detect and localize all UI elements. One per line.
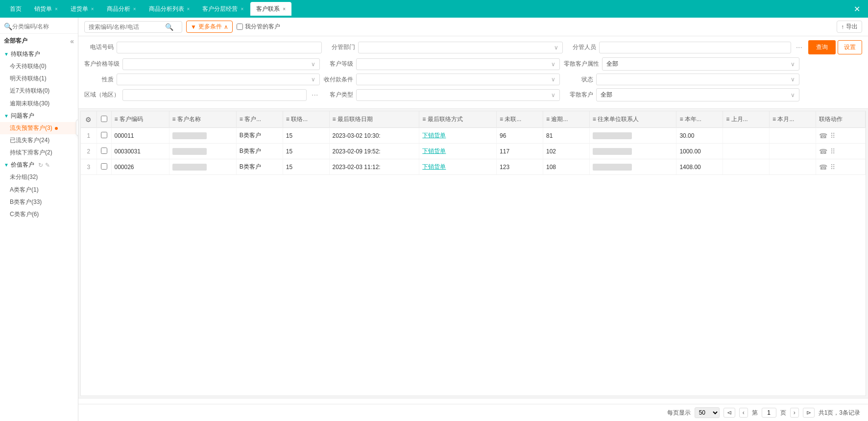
close-sales-icon[interactable]: × (55, 6, 58, 12)
sidebar-item-b-class[interactable]: B类客户(33) (0, 196, 78, 208)
contact-method-link-0[interactable]: 下销货单 (422, 132, 446, 139)
column-settings-icon[interactable]: ⚙ (85, 116, 92, 124)
status-select[interactable]: ∨ (596, 74, 799, 85)
th-last-contact-method[interactable]: ≡ 最后联络方式 (419, 111, 497, 128)
close-all-icon[interactable]: ✕ (850, 2, 864, 16)
filter-more-btn[interactable]: ▼ 更多条件 ∧ (186, 21, 233, 33)
row-last-contact-method-2[interactable]: 下销货单 (419, 159, 497, 175)
th-last-month[interactable]: ≡ 上月... (723, 111, 770, 128)
th-this-month[interactable]: ≡ 本月... (770, 111, 816, 128)
manager-more-icon[interactable]: ··· (794, 43, 804, 52)
payment-select[interactable]: ∨ (356, 74, 559, 85)
value-group-settings-icon[interactable]: ✎ (45, 162, 50, 169)
price-tier-select[interactable]: ∨ (122, 58, 320, 70)
export-btn[interactable]: ↑ 导出 (837, 21, 862, 33)
row-contact-person-0: ████████ (589, 128, 676, 144)
sidebar-group-pending[interactable]: ▼ 待联络客户 (0, 48, 78, 60)
action-contact-icon-2[interactable]: ☎ (819, 163, 827, 171)
th-name[interactable]: ≡ 客户名称 (169, 111, 236, 128)
sidebar-collapse-btn[interactable]: « (70, 37, 74, 45)
th-this-year[interactable]: ≡ 本年... (676, 111, 723, 128)
triangle-icon: ▼ (4, 51, 9, 57)
sidebar-item-a-class[interactable]: A类客户(1) (0, 184, 78, 196)
row-this-year-2: 1408.00 (676, 159, 723, 175)
th-overdue-days[interactable]: ≡ 逾期... (543, 111, 589, 128)
value-group-edit-icon[interactable]: ↻ (38, 162, 43, 169)
page-number-input[interactable] (762, 408, 776, 418)
action-contact-icon-1[interactable]: ☎ (819, 148, 827, 155)
table-row: 3 000026 ████████ B类客户 15 2023-02-03 11:… (81, 159, 866, 175)
nav-tab-product-analysis-list[interactable]: 商品分析列表 × (143, 2, 196, 16)
price-tier-label: 客户价格等级 (84, 60, 120, 68)
th-category[interactable]: ≡ 客户... (236, 111, 283, 128)
nav-tab-customer-tier[interactable]: 客户分层经营 × (196, 2, 249, 16)
row-checkbox-1[interactable] (96, 144, 111, 159)
scroll-area[interactable] (78, 398, 868, 404)
action-contact-icon-0[interactable]: ☎ (819, 132, 827, 140)
th-contact-person[interactable]: ≡ 往来单位联系人 (589, 111, 676, 128)
sidebar-item-today-pending[interactable]: 今天待联络(0) (0, 60, 78, 73)
select-all-checkbox[interactable] (101, 116, 107, 122)
close-purchase-icon[interactable]: × (91, 6, 94, 12)
region-label: 区域（地区） (84, 91, 120, 99)
nav-tab-purchase[interactable]: 进货单 × (65, 2, 100, 16)
nav-tab-sales[interactable]: 销货单 × (28, 2, 64, 16)
phone-input[interactable] (117, 42, 322, 53)
contact-method-link-1[interactable]: 下销货单 (422, 148, 446, 154)
toolbar-search-input[interactable] (89, 24, 162, 30)
close-customer-tier-icon[interactable]: × (241, 6, 243, 12)
retail-attr-select[interactable]: 全部 ∨ (602, 57, 799, 71)
retail-customer-select[interactable]: 全部 ∨ (596, 88, 799, 101)
my-customers-checkbox-container[interactable]: 我分管的客户 (237, 23, 280, 31)
per-page-label: 每页显示 (667, 409, 691, 417)
region-input[interactable] (122, 89, 307, 101)
sidebar-item-overdue-pending[interactable]: 逾期未联络(30) (0, 98, 78, 110)
action-more-icon-0[interactable]: ⠿ (830, 132, 835, 140)
sidebar-item-c-class[interactable]: C类客户(6) (0, 208, 78, 221)
query-btn[interactable]: 查询 (808, 40, 836, 54)
customer-tier-select[interactable]: ∨ (356, 58, 559, 70)
filter-cell-dept: 分管部门 ∨ (326, 42, 563, 53)
sidebar-search-input[interactable] (12, 23, 78, 30)
sidebar-group-value[interactable]: ▼ 价值客户 ↻ ✎ (0, 159, 78, 171)
my-customers-checkbox[interactable] (237, 24, 243, 30)
sidebar-item-ungroup[interactable]: 未分组(32) (0, 171, 78, 183)
th-last-contact-date[interactable]: ≡ 最后联络日期 (329, 111, 419, 128)
nav-tab-home[interactable]: 首页 (4, 2, 27, 16)
sidebar-item-churn-warning[interactable]: 流失预警客户(3) 90天未交易的客户，可能有流失风险。 (0, 122, 78, 134)
sidebar-item-tomorrow-pending[interactable]: 明天待联络(1) (0, 73, 78, 85)
th-settings[interactable]: ⚙ (81, 111, 96, 128)
first-page-btn[interactable]: ⊲ (723, 408, 735, 418)
th-contact[interactable]: ≡ 联络... (283, 111, 329, 128)
settings-btn[interactable]: 设置 (838, 40, 862, 54)
action-more-icon-2[interactable]: ⠿ (830, 163, 835, 171)
prev-page-btn[interactable]: ‹ (739, 408, 748, 418)
nav-tab-customer-contact[interactable]: 客户联系 × (250, 2, 291, 16)
sidebar-item-churned[interactable]: 已流失客户(24) (0, 134, 78, 147)
action-more-icon-1[interactable]: ⠿ (830, 148, 835, 155)
sidebar-item-7days-pending[interactable]: 近7天待联络(0) (0, 85, 78, 97)
manager-input[interactable] (599, 42, 791, 53)
nature-select[interactable]: ∨ (117, 74, 320, 85)
th-unlink-days[interactable]: ≡ 未联... (497, 111, 543, 128)
next-page-btn[interactable]: › (790, 408, 799, 418)
dept-select[interactable]: ∨ (358, 42, 563, 53)
row-last-contact-method-0[interactable]: 下销货单 (419, 128, 497, 144)
close-customer-contact-icon[interactable]: × (283, 6, 286, 12)
per-page-select[interactable]: 50 100 200 (695, 407, 720, 418)
nav-tab-product-analysis[interactable]: 商品分析 × (101, 2, 142, 16)
row-checkbox-2[interactable] (96, 159, 111, 175)
region-more-icon[interactable]: ··· (310, 91, 320, 99)
sidebar-group-problem[interactable]: ▼ 问题客户 (0, 110, 78, 122)
th-contact-person-label: ≡ 往来单位联系人 (593, 116, 639, 123)
contact-method-link-2[interactable]: 下销货单 (422, 163, 446, 170)
th-code[interactable]: ≡ 客户编码 (111, 111, 169, 128)
row-last-contact-method-1[interactable]: 下销货单 (419, 144, 497, 159)
toolbar-search-btn[interactable]: 🔍 (165, 23, 173, 31)
sidebar-item-declining[interactable]: 持续下滑客户(2) (0, 147, 78, 159)
row-checkbox-0[interactable] (96, 128, 111, 144)
close-product-analysis-list-icon[interactable]: × (187, 6, 190, 12)
customer-type-select[interactable]: ∨ (356, 89, 559, 101)
last-page-btn[interactable]: ⊳ (803, 408, 815, 418)
close-product-analysis-icon[interactable]: × (133, 6, 136, 12)
